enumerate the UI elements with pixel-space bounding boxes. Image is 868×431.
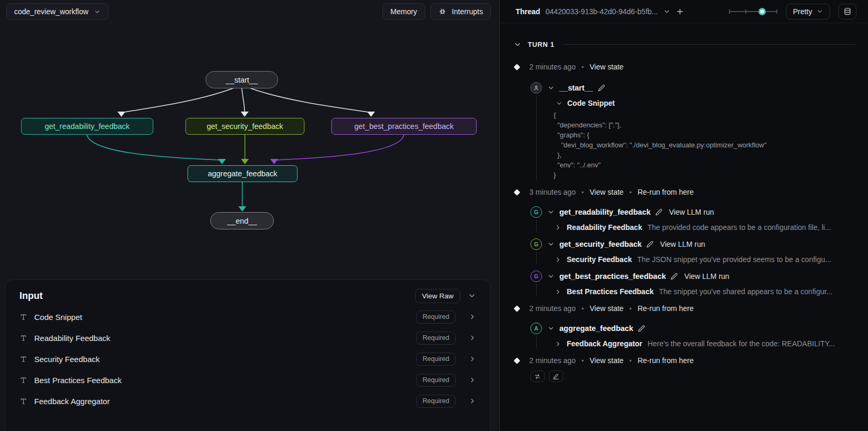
input-field-row-readability[interactable]: Readability Feedback Required	[19, 327, 476, 348]
checkpoint-diamond-icon	[514, 64, 520, 71]
chevron-right-icon[interactable]	[469, 376, 476, 384]
checkpoint-row: 2 minutes ago View state Re-run from her…	[514, 356, 855, 365]
node-name: get_security_feedback	[559, 240, 642, 248]
code-line: "dependencies": ["."],	[554, 120, 855, 130]
memory-button-label: Memory	[390, 7, 417, 16]
timeline-entry-best-practices: G get_best_practices_feedback View LLM r…	[514, 270, 855, 296]
graph-node-start[interactable]: __start__	[205, 71, 278, 88]
input-field-row-security[interactable]: Security Feedback Required	[19, 348, 476, 369]
checkpoint-diamond-icon	[514, 305, 520, 312]
output-row[interactable]: Feedback Aggregator Here's the overall f…	[547, 339, 855, 348]
chevron-down-icon[interactable]	[663, 8, 670, 15]
view-llm-run-link[interactable]: View LLM run	[684, 272, 729, 280]
arrowhead	[241, 159, 249, 164]
slider-knob[interactable]	[758, 8, 766, 15]
chevron-down-icon[interactable]	[547, 240, 555, 248]
graph-selector-dropdown[interactable]: code_review_workflow	[6, 3, 108, 20]
pencil-line-icon	[553, 373, 559, 380]
rail-line	[536, 252, 537, 264]
input-field-row-best-practices[interactable]: Best Practices Feedback Required	[19, 369, 476, 390]
arrowhead	[241, 112, 249, 117]
text-type-icon	[19, 313, 27, 321]
person-icon	[533, 85, 539, 91]
fork-thread-button[interactable]	[530, 370, 545, 382]
chevron-down-icon[interactable]	[514, 41, 521, 48]
dot-separator	[581, 357, 584, 365]
chevron-right-icon[interactable]	[469, 355, 476, 363]
graph-node-best-practices[interactable]: get_best_practices_feedback	[331, 118, 477, 135]
node-name: __start__	[559, 84, 593, 92]
arrowhead	[117, 112, 125, 117]
app-window: { "app": { "graph_selector_label": "code…	[0, 0, 868, 431]
code-line: "graphs": {	[554, 130, 855, 140]
new-thread-plus-icon[interactable]	[676, 7, 684, 16]
chevron-right-icon[interactable]	[469, 334, 476, 342]
view-llm-run-link[interactable]: View LLM run	[669, 208, 714, 216]
output-label: Best Practices Feedback	[567, 287, 654, 296]
chevron-down-icon[interactable]	[556, 100, 563, 107]
output-row[interactable]: Best Practices Feedback The snippet you'…	[547, 287, 855, 296]
view-state-link[interactable]: View state	[590, 356, 624, 365]
pencil-icon[interactable]	[646, 240, 654, 248]
input-field-row-feedback-aggregator[interactable]: Feedback Aggregator Required	[19, 390, 476, 412]
slider-track	[729, 11, 777, 12]
view-llm-run-link[interactable]: View LLM run	[660, 240, 705, 248]
field-label: Best Practices Feedback	[34, 376, 122, 385]
memory-button[interactable]: Memory	[382, 3, 425, 20]
arrowhead	[367, 112, 375, 117]
graph-node-aggregate[interactable]: aggregate_feedback	[188, 165, 298, 182]
rerun-link[interactable]: Re-run from here	[637, 188, 694, 196]
chevron-down-icon[interactable]	[547, 325, 555, 332]
divider	[563, 44, 855, 45]
database-button[interactable]	[839, 4, 856, 19]
chevron-right-icon[interactable]	[469, 313, 476, 320]
chevron-right-icon[interactable]	[555, 288, 561, 295]
field-label: Code Snippet	[34, 313, 82, 322]
edit-state-button[interactable]	[549, 370, 563, 382]
chevron-down-icon[interactable]	[547, 208, 555, 216]
zoom-slider[interactable]	[729, 7, 777, 15]
checkpoint-time: 2 minutes ago	[529, 356, 576, 365]
interrupts-button[interactable]: Interrupts	[430, 3, 491, 20]
pencil-icon[interactable]	[598, 84, 605, 92]
user-avatar	[530, 82, 542, 94]
edge-start-security	[242, 88, 245, 112]
chevron-right-icon[interactable]	[555, 224, 561, 231]
view-state-link[interactable]: View state	[590, 188, 624, 196]
field-label: Readability Feedback	[34, 334, 110, 343]
chevron-right-icon[interactable]	[469, 397, 476, 405]
thread-bar: Thread 04420033-913b-42d0-94d6-b5fb... P…	[500, 0, 868, 23]
graph-node-security[interactable]: get_security_feedback	[185, 118, 304, 135]
chevron-right-icon[interactable]	[555, 340, 561, 347]
required-badge: Required	[416, 310, 456, 324]
view-raw-button[interactable]: View Raw	[415, 289, 460, 303]
panel-collapse-chevron-icon[interactable]	[468, 292, 476, 300]
checkpoint-time: 2 minutes ago	[529, 63, 576, 71]
pencil-icon[interactable]	[670, 273, 678, 280]
graph-node-readability[interactable]: get_readability_feedback	[21, 118, 153, 135]
output-row[interactable]: Readability Feedback The provided code a…	[547, 223, 855, 232]
view-state-link[interactable]: View state	[590, 304, 624, 313]
thread-id[interactable]: 04420033-913b-42d0-94d6-b5fb...	[546, 7, 658, 16]
chevron-right-icon[interactable]	[555, 256, 561, 263]
thread-footer-actions	[514, 370, 855, 382]
turn-label: TURN 1	[528, 41, 555, 48]
field-label: Security Feedback	[34, 355, 100, 364]
node-name: aggregate_feedback	[559, 324, 633, 333]
pencil-icon[interactable]	[655, 208, 663, 216]
dot-separator	[581, 63, 584, 71]
format-selector-dropdown[interactable]: Pretty	[786, 4, 830, 19]
input-field-row-code-snippet[interactable]: Code Snippet Required	[19, 306, 476, 327]
rerun-link[interactable]: Re-run from here	[637, 356, 694, 365]
graph-node-end[interactable]: __end__	[210, 212, 274, 229]
node-badge: G	[530, 238, 542, 250]
pencil-icon[interactable]	[638, 325, 645, 332]
section-label: Code Snippet	[567, 99, 615, 107]
chevron-down-icon[interactable]	[547, 273, 555, 280]
chevron-down-icon[interactable]	[547, 84, 555, 92]
rerun-link[interactable]: Re-run from here	[637, 304, 694, 313]
graph-edges	[0, 0, 499, 279]
edge-best-practices-aggregate	[277, 135, 404, 160]
output-row[interactable]: Security Feedback The JSON snippet you'v…	[547, 255, 855, 264]
view-state-link[interactable]: View state	[590, 63, 624, 71]
